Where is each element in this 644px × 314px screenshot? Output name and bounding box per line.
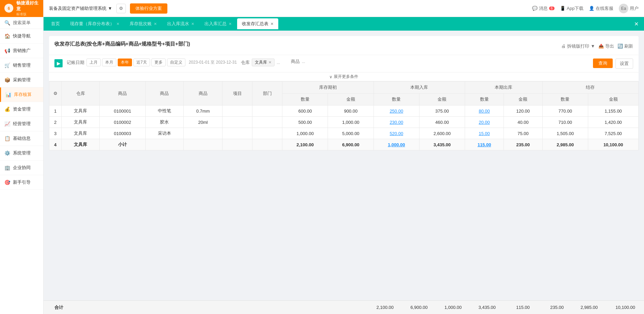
app-download-button[interactable]: 📱 App下载 — [560, 5, 583, 12]
tab-home[interactable]: 首页 — [46, 18, 65, 29]
total-begin-qty: 2,100.00 — [353, 305, 397, 310]
sidebar-item-operation[interactable]: 📈 经营管理 — [0, 117, 43, 131]
sidebar-logo[interactable]: 6 畅捷通好生意 标准版 — [0, 0, 43, 17]
date-range-display: 2023-01-01 至 2023-12-31 — [189, 60, 237, 65]
goods-more-button[interactable]: ... — [302, 59, 305, 64]
export-label: 导出 — [605, 43, 614, 49]
tabbar-close-button[interactable]: ✕ — [631, 21, 641, 27]
tab-batch-ledger[interactable]: 库存批次账 ✕ — [125, 18, 162, 29]
td-subtotal-empty4 — [252, 139, 282, 150]
online-service-button[interactable]: 👤 在线客服 — [589, 5, 613, 12]
sidebar-item-stock[interactable]: 📊 库存核算 — [0, 87, 43, 102]
td-out-qty-3[interactable]: 15.00 — [465, 128, 504, 139]
warehouse-more-button[interactable]: ... — [277, 60, 280, 65]
sidebar-stock-label: 库存核算 — [14, 92, 32, 98]
td-subtotal-begin-amt: 6,900.00 — [328, 139, 374, 150]
td-subtotal-empty2 — [184, 139, 222, 150]
date-btn-this-month[interactable]: 本月 — [102, 59, 116, 66]
td-begin-qty-1: 600.00 — [282, 105, 328, 117]
expand-more-bar[interactable]: ∨ 展开更多条件 — [49, 72, 639, 81]
th-begin-stock: 库存期初 — [282, 82, 374, 94]
date-btn-last-month[interactable]: 上月 — [86, 59, 101, 66]
system-title-dropdown[interactable]: 装备及固定资产辅助管理系统 ▼ — [49, 5, 112, 12]
tab-inventory-dist[interactable]: 现存量（库存分布表） ✕ — [65, 18, 124, 29]
tab-batch-ledger-close[interactable]: ✕ — [154, 22, 157, 26]
total-out-qty: 115.00 — [499, 305, 533, 310]
td-out-qty-1[interactable]: 80.00 — [465, 105, 504, 117]
tab-in-out-flow-close[interactable]: ✕ — [191, 22, 194, 26]
td-subtotal-warehouse: 文具库 — [62, 139, 100, 150]
tab-in-out-summary-close[interactable]: ✕ — [229, 22, 232, 26]
td-index-1: 1 — [49, 105, 62, 117]
service-icon: 👤 — [589, 6, 594, 11]
sidebar-item-purchase[interactable]: 📦 采购管理 — [0, 73, 43, 87]
topbar-right: 💬 消息 6 📱 App下载 👤 在线客服 Ea 用户 — [532, 4, 639, 13]
sidebar-item-system[interactable]: ⚙️ 系统管理 — [0, 146, 43, 161]
td-in-qty-2[interactable]: 230.00 — [374, 117, 419, 128]
date-filter-label: 记账日期 — [67, 60, 84, 66]
finance-icon: 💰 — [4, 106, 10, 112]
operation-icon: 📈 — [4, 121, 10, 127]
sales-icon: 🛒 — [4, 62, 10, 68]
td-project-2 — [222, 117, 252, 128]
query-button[interactable]: 查询 — [593, 59, 613, 68]
sidebar-operation-label: 经营管理 — [13, 121, 31, 127]
td-out-qty-2[interactable]: 20.00 — [465, 117, 504, 128]
warehouse-tag-close-icon[interactable]: ✕ — [268, 60, 271, 65]
settings-button[interactable]: 设置 — [615, 59, 633, 69]
td-in-amt-1: 375.00 — [419, 105, 465, 117]
sidebar-search-label: 搜索菜单 — [13, 20, 31, 26]
date-btn-this-year[interactable]: 本年 — [118, 59, 132, 66]
th-begin-qty: 数量 — [282, 94, 328, 105]
total-bal-qty: 2,985.00 — [567, 305, 601, 310]
print-button[interactable]: 🖨 拆镜版打印 ▼ — [561, 43, 595, 49]
sidebar-item-marketing[interactable]: 📢 营销推广 — [0, 44, 43, 58]
sidebar-item-finance[interactable]: 💰 资金管理 — [0, 102, 43, 117]
td-subtotal-in-qty[interactable]: 1,000.00 — [374, 139, 419, 150]
th-stock-out: 本期出库 — [465, 82, 543, 94]
export-button[interactable]: 📤 导出 — [598, 43, 614, 49]
sidebar-item-sales[interactable]: 🛒 销售管理 — [0, 58, 43, 73]
tab-in-out-flow[interactable]: 出入库流水 ✕ — [162, 18, 199, 29]
warehouse-filter-group: 仓库 文具库 ✕ ... — [241, 59, 280, 66]
expand-label: 展开更多条件 — [334, 74, 358, 80]
td-begin-qty-3: 1,000.00 — [282, 128, 328, 139]
warehouse-tag[interactable]: 文具库 ✕ — [252, 59, 275, 66]
tab-in-out-flow-label: 出入库流水 — [167, 21, 189, 27]
date-btn-custom[interactable]: 自定义 — [167, 59, 185, 66]
th-bal-amt: 金额 — [588, 94, 639, 105]
td-subtotal-begin-qty: 2,100.00 — [282, 139, 328, 150]
td-in-qty-3[interactable]: 520.00 — [374, 128, 419, 139]
trial-button[interactable]: 体验行业方案 — [130, 3, 167, 14]
sidebar-item-guide[interactable]: 🎯 新手引导 — [0, 175, 43, 190]
td-in-qty-1[interactable]: 250.00 — [374, 105, 419, 117]
tab-inventory-dist-close[interactable]: ✕ — [116, 22, 119, 26]
marketing-icon: 📢 — [4, 48, 10, 54]
td-begin-amt-1: 900.00 — [328, 105, 374, 117]
goods-filter-group: 商品 ... — [291, 59, 305, 65]
settings-gear-button[interactable]: ⚙ — [116, 4, 126, 13]
sidebar-item-enterprise[interactable]: 🏢 企业协同 — [0, 161, 43, 175]
tab-stock-summary-close[interactable]: ✕ — [270, 22, 274, 26]
tab-inventory-dist-label: 现存量（库存分布表） — [70, 21, 114, 27]
date-btn-more[interactable]: 更多 — [151, 59, 166, 66]
svg-text:6: 6 — [8, 6, 10, 11]
th-in-amt: 金额 — [419, 94, 465, 105]
date-btn-7days[interactable]: 近7天 — [133, 59, 150, 66]
td-project-3 — [222, 128, 252, 139]
filter-bar: ▶ 记账日期 上月 本月 本年 近7天 更多 自定义 2023-01-01 至 … — [49, 55, 639, 72]
purchase-icon: 📦 — [4, 77, 10, 83]
sidebar-item-quick-nav[interactable]: 🏠 快捷导航 — [0, 29, 43, 44]
th-settings[interactable]: ⚙ — [49, 82, 62, 105]
tab-in-out-summary[interactable]: 出入库汇总 ✕ — [200, 18, 236, 29]
total-bar: 合计 2,100.00 6,900.00 1,000.00 3,435.00 1… — [44, 300, 644, 314]
messages-button[interactable]: 💬 消息 6 — [532, 5, 555, 12]
refresh-button[interactable]: 🔄 刷新 — [617, 43, 633, 49]
sidebar-item-search[interactable]: 🔍 搜索菜单 — [0, 17, 43, 29]
sidebar-item-basic[interactable]: 📋 基础信息 — [0, 131, 43, 146]
user-menu[interactable]: Ea 用户 — [619, 4, 639, 13]
td-subtotal-out-qty[interactable]: 115.00 — [465, 139, 504, 150]
filter-toggle-button[interactable]: ▶ — [54, 59, 63, 67]
date-filter-group: 记账日期 上月 本月 本年 近7天 更多 自定义 2023-01-01 至 20… — [67, 59, 237, 66]
tab-stock-summary[interactable]: 收发存汇总表 ✕ — [237, 18, 278, 29]
